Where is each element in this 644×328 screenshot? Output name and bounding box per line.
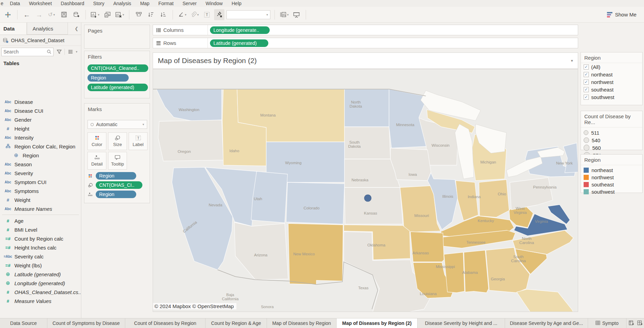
region-filter-item-southwest[interactable]: ✓southwest: [581, 93, 642, 101]
region-filter-item-southeast[interactable]: ✓southeast: [581, 86, 642, 93]
map-view[interactable]: WashingtonOregonIdahoMontanaNorthDakotaS…: [153, 69, 578, 312]
field-weight[interactable]: #Weight: [0, 195, 81, 204]
size-legend-item-540[interactable]: 540: [581, 136, 642, 144]
checkbox-checked[interactable]: ✓: [584, 87, 589, 92]
sort-ascending-button[interactable]: [146, 9, 156, 20]
checkbox-checked[interactable]: ✓: [584, 95, 589, 100]
field-intensity[interactable]: AbcIntensity: [0, 133, 81, 142]
state-arkansas[interactable]: [410, 232, 444, 262]
field-severity-calc[interactable]: =AbcSeverity calc: [0, 252, 81, 261]
marks-card[interactable]: Marks Automatic ▾ ColorSizeTLabelDetailT…: [84, 103, 150, 203]
menu-item-help[interactable]: Help: [227, 1, 246, 6]
field-season[interactable]: AbcSeason: [0, 160, 81, 169]
sheet-title-caret[interactable]: ▾: [571, 58, 573, 63]
field-symptom-cui[interactable]: AbcSymptom CUI: [0, 178, 81, 186]
sheet-tab-count-of-symptoms-by-disease[interactable]: Count of Symptoms by Disease: [47, 318, 125, 328]
field-measure-values[interactable]: #Measure Values: [0, 296, 81, 305]
sheet-tab-map-of-diseases-by-region[interactable]: Map of Diseases by Region: [267, 318, 337, 328]
field-height[interactable]: #Height: [0, 124, 81, 133]
menu-item-e[interactable]: e: [0, 1, 5, 6]
filters-shelf[interactable]: Filters CNT(OHAS_Cleaned..RegionLatitude…: [84, 51, 150, 98]
field-region[interactable]: ⊕Region: [0, 151, 81, 160]
checkbox-checked[interactable]: ✓: [584, 80, 589, 85]
marks-button-detail[interactable]: Detail: [87, 152, 106, 170]
new-worksheet-tab-button[interactable]: [629, 320, 634, 327]
collapse-pane-button[interactable]: ❮: [72, 23, 81, 35]
view-options-caret[interactable]: ▾: [76, 50, 78, 53]
map-mark-dot[interactable]: [364, 195, 371, 202]
clear-sheet-button[interactable]: ▾: [115, 9, 125, 20]
state-kansas[interactable]: [344, 187, 403, 224]
state-oregon[interactable]: [158, 120, 223, 161]
redo-button[interactable]: →: [34, 9, 44, 20]
field-longitude-generated-[interactable]: ⊕Longitude (generated): [0, 279, 81, 288]
field-measure-names[interactable]: AbcMeasure Names: [0, 204, 81, 213]
swap-rows-columns-button[interactable]: [133, 9, 144, 20]
new-dashboard-tab-button[interactable]: [637, 320, 643, 327]
rows-pill[interactable]: Latitude (generated): [210, 39, 268, 47]
mark-type-dropdown[interactable]: Automatic ▾: [87, 120, 147, 129]
datasource-row[interactable]: OHAS_Cleaned_Dataset: [0, 35, 81, 46]
menu-item-map[interactable]: Map: [136, 1, 154, 6]
marks-pill-region[interactable]: Region: [96, 172, 136, 180]
field-symptoms[interactable]: AbcSymptoms: [0, 186, 81, 195]
format-dropdown[interactable]: ▾: [226, 10, 270, 19]
field-gender[interactable]: AbcGender: [0, 115, 81, 124]
field-height-inches-calc[interactable]: =#Height Inches calc: [0, 243, 81, 252]
field-disease-cui[interactable]: AbcDisease CUI: [0, 106, 81, 115]
menu-item-window[interactable]: Window: [201, 1, 227, 6]
marks-pill-region[interactable]: Region: [96, 191, 136, 198]
checkbox-checked[interactable]: ✓: [584, 64, 589, 70]
presentation-mode-button[interactable]: [291, 9, 302, 20]
field-disease[interactable]: AbcDisease: [0, 97, 81, 106]
revert-button[interactable]: ↺▾: [46, 9, 57, 20]
choropleth-map[interactable]: WashingtonOregonIdahoMontanaNorthDakotaS…: [153, 69, 578, 312]
checkbox-checked[interactable]: ✓: [584, 72, 589, 77]
text-label-button[interactable]: T: [202, 9, 212, 20]
field-region-color-calc-region[interactable]: Region Color Calc, Region: [0, 142, 81, 151]
sheet-tab-count-of-diseases-by-region[interactable]: Count of Diseases by Region: [125, 318, 206, 328]
new-datasource-button[interactable]: [71, 9, 81, 20]
filter-fields-icon[interactable]: [55, 48, 63, 56]
tab-data[interactable]: Data: [0, 23, 27, 35]
menu-item-server[interactable]: Server: [178, 1, 201, 6]
sort-descending-button[interactable]: [158, 9, 168, 20]
columns-pill[interactable]: Longitude (generate..: [210, 26, 270, 34]
marks-button-label[interactable]: TLabel: [129, 132, 148, 150]
filter-pill-latitudegenerated[interactable]: Latitude (generated): [87, 84, 148, 91]
fix-axes-pin-button[interactable]: [214, 9, 224, 20]
field-age[interactable]: #Age: [0, 216, 81, 225]
menu-item-analysis[interactable]: Analysis: [109, 1, 136, 6]
field-severity[interactable]: AbcSeverity: [0, 169, 81, 178]
marks-button-tooltip[interactable]: Tooltip: [108, 152, 127, 170]
filter-pill-region[interactable]: Region: [87, 74, 129, 82]
color-legend-item-southwest[interactable]: southwest: [581, 188, 642, 195]
region-filter-item-northeast[interactable]: ✓northeast: [581, 71, 642, 78]
field-bmi-level[interactable]: #BMI Level: [0, 225, 81, 234]
search-box[interactable]: [1, 48, 54, 56]
marks-button-color[interactable]: Color: [87, 132, 106, 150]
color-legend-item-southeast[interactable]: southeast: [581, 181, 642, 188]
field-ohas_cleaned_dataset-cs-[interactable]: #OHAS_Cleaned_Dataset.cs...: [0, 288, 81, 296]
field-weight-lbs-[interactable]: =#Weight (lbs): [0, 261, 81, 270]
duplicate-sheet-button[interactable]: [102, 9, 113, 20]
color-legend-item-northeast[interactable]: northeast: [581, 167, 642, 174]
menu-item-data[interactable]: Data: [5, 1, 25, 6]
marks-pill-cntohas_ci[interactable]: CNT(OHAS_CI..: [96, 181, 142, 189]
tableau-logo-icon[interactable]: [3, 9, 13, 20]
menu-item-format[interactable]: Format: [154, 1, 178, 6]
show-hide-cards-button[interactable]: ▾: [279, 9, 289, 20]
annotation-button[interactable]: ▾: [189, 9, 200, 20]
menu-item-worksheet[interactable]: Worksheet: [24, 1, 56, 6]
state-ohio[interactable]: [479, 180, 509, 217]
new-worksheet-button[interactable]: ▾: [90, 9, 100, 20]
menu-item-story[interactable]: Story: [89, 1, 109, 6]
state-mississippi[interactable]: [444, 252, 465, 293]
region-filter-item-northwest[interactable]: ✓northwest: [581, 78, 642, 86]
view-options-icon[interactable]: [67, 48, 74, 56]
search-input[interactable]: [3, 49, 47, 54]
pages-shelf[interactable]: Pages: [84, 25, 150, 49]
highlight-button[interactable]: ▾: [177, 9, 187, 20]
size-legend-item-560[interactable]: 560: [581, 144, 642, 151]
tab-analytics[interactable]: Analytics: [27, 23, 68, 35]
